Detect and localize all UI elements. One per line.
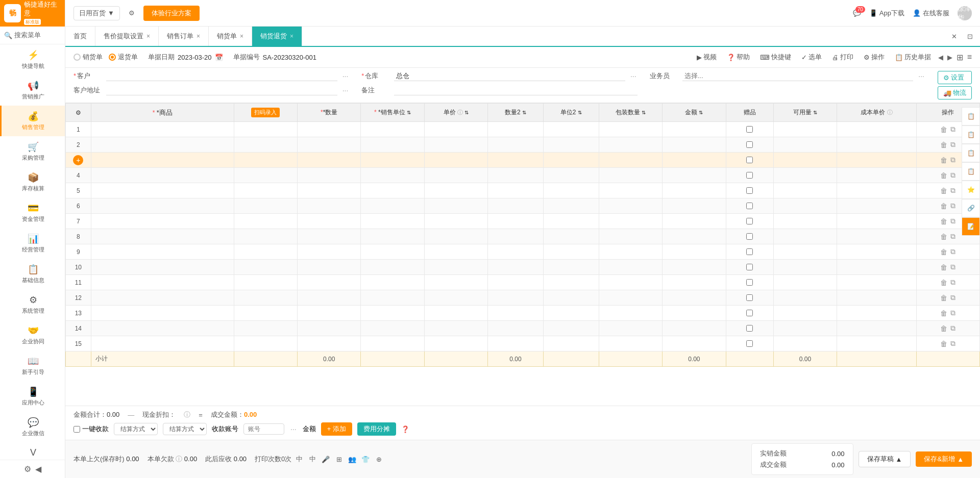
qty2-cell-2[interactable] <box>488 137 544 153</box>
unit-cell-1[interactable] <box>361 122 424 137</box>
staff-input[interactable] <box>682 71 914 81</box>
gift-checkbox-1[interactable] <box>746 126 753 133</box>
save-new-btn[interactable]: 保存&新增 ▲ <box>916 451 972 467</box>
del-icon[interactable]: 🗑 <box>940 340 947 348</box>
copy-row-1[interactable]: ⧉ <box>950 125 955 134</box>
avail-cell-3[interactable] <box>773 153 837 168</box>
help-btn[interactable]: ❓ 帮助 <box>724 51 753 63</box>
gift-cb[interactable] <box>746 340 753 347</box>
copy-row-3[interactable]: ⧉ <box>950 156 955 164</box>
gift-cell-2[interactable] <box>726 137 773 153</box>
gift-cb[interactable] <box>746 187 753 194</box>
remark-input[interactable] <box>394 85 637 95</box>
radio-return[interactable]: 退货单 <box>109 53 138 62</box>
set-btn[interactable]: ⚙ 设置 <box>938 71 972 84</box>
bottom-icon-1[interactable]: 中 <box>293 454 305 465</box>
scan-btn[interactable]: 扫码录入 <box>251 108 280 117</box>
sidebar-item-promotion[interactable]: 📢 营销推广 <box>0 75 65 106</box>
right-action-4[interactable]: 📋 <box>962 162 980 181</box>
account-input[interactable] <box>243 423 284 435</box>
history-btn[interactable]: 📋 历史单据 <box>892 51 934 63</box>
copy-icon[interactable]: ⧉ <box>950 278 955 287</box>
del-icon[interactable]: 🗑 <box>940 187 947 195</box>
bottom-icon-7[interactable]: ⊕ <box>373 454 384 465</box>
customer-select-btn[interactable]: ··· <box>341 72 350 80</box>
warehouse-input[interactable] <box>394 71 625 81</box>
calc-method-select[interactable]: 结算方式 <box>163 423 207 435</box>
gift-cb[interactable] <box>746 310 753 316</box>
cost-cell-1[interactable] <box>837 122 916 137</box>
gift-cb[interactable] <box>746 264 753 270</box>
price-cell-1[interactable] <box>424 122 487 137</box>
del-icon[interactable]: 🗑 <box>940 263 947 271</box>
maximize-tab-btn[interactable]: ⊡ <box>964 32 976 41</box>
gift-cb[interactable] <box>746 294 753 301</box>
pack-cell-1[interactable] <box>599 122 662 137</box>
grid-view-btn[interactable]: ⊞ <box>957 53 963 62</box>
warehouse-select-btn[interactable]: ··· <box>629 72 638 80</box>
settings-icon[interactable]: ⚙ <box>24 464 31 474</box>
product-cell-3[interactable] <box>91 153 234 168</box>
delete-row-1[interactable]: 🗑 <box>940 125 947 134</box>
qty-cell-1[interactable] <box>297 122 360 137</box>
col-settings[interactable]: ⚙ <box>66 104 91 122</box>
operate-btn[interactable]: ⚙ 操作 <box>861 51 888 63</box>
bottom-icon-5[interactable]: 👥 <box>347 454 358 465</box>
copy-icon[interactable]: ⧉ <box>950 324 955 333</box>
amount-cell-2[interactable] <box>663 137 726 153</box>
copy-icon[interactable]: ⧉ <box>950 217 955 225</box>
sidebar-item-system[interactable]: ⚙ 系统管理 <box>0 289 65 320</box>
product-input-3[interactable] <box>93 156 232 164</box>
tab-home[interactable]: 首页 <box>65 27 95 46</box>
next-record-btn[interactable]: ▶ <box>947 54 952 61</box>
del-icon[interactable]: 🗑 <box>940 279 947 287</box>
shortcut-btn[interactable]: ⌨ 快捷键 <box>757 51 794 63</box>
account-select-btn[interactable]: ··· <box>289 425 298 433</box>
gift-cell-1[interactable] <box>726 122 773 137</box>
copy-icon[interactable]: ⧉ <box>950 232 955 241</box>
sidebar-item-inventory[interactable]: 📦 库存核算 <box>0 167 65 197</box>
right-action-2[interactable]: 📋 <box>962 125 980 144</box>
avail-cell-1[interactable] <box>773 122 837 137</box>
right-action-1[interactable]: 📋 <box>962 107 980 125</box>
sidebar-item-guide[interactable]: 📖 新手引导 <box>0 350 65 381</box>
print-btn[interactable]: 🖨 打印 <box>829 51 856 63</box>
copy-icon[interactable]: ⧉ <box>950 293 955 302</box>
sidebar-item-sales[interactable]: 💰 销售管理 <box>0 106 65 136</box>
copy-icon[interactable]: ⧉ <box>950 339 955 348</box>
save-draft-btn[interactable]: 保存草稿 ▲ <box>859 451 911 467</box>
collapse-icon[interactable]: ◀ <box>35 464 41 474</box>
copy-icon[interactable]: ⧉ <box>950 186 955 195</box>
one-key-pay-checkbox[interactable] <box>74 426 80 433</box>
delete-row-2[interactable]: 🗑 <box>940 141 947 149</box>
user-profile-btn[interactable]: 徐泽华 <box>958 6 972 20</box>
right-action-3[interactable]: 📋 <box>962 144 980 162</box>
product-cell-2[interactable] <box>91 137 234 153</box>
pack-cell-3[interactable] <box>599 153 662 168</box>
tab-sales-order[interactable]: 销售订单 × <box>159 27 209 46</box>
expense-info-icon[interactable]: ❓ <box>401 425 409 433</box>
unit2-cell-3[interactable] <box>543 153 599 168</box>
trial-btn[interactable]: 体验行业方案 <box>143 6 200 21</box>
sidebar-item-wechat[interactable]: 💬 企业微信 <box>0 412 65 442</box>
single-debt-indicator[interactable]: ⓘ <box>176 455 182 463</box>
gift-checkbox-3[interactable] <box>746 157 753 163</box>
expense-split-btn[interactable]: 费用分摊 <box>357 422 396 436</box>
tab-shipment-close[interactable]: × <box>240 33 243 40</box>
tab-shipment[interactable]: 销货单 × <box>209 27 252 46</box>
del-icon[interactable]: 🗑 <box>940 171 947 180</box>
right-action-6[interactable]: 🔗 <box>962 199 980 217</box>
bottom-icon-6[interactable]: 👕 <box>360 454 371 465</box>
one-key-pay-check[interactable]: 一键收款 <box>74 424 109 434</box>
pack-cell-2[interactable] <box>599 137 662 153</box>
unit-cell-2[interactable] <box>361 137 424 153</box>
price-cell-3[interactable] <box>424 153 487 168</box>
copy-icon[interactable]: ⧉ <box>950 202 955 210</box>
address-input[interactable] <box>106 85 337 95</box>
bottom-icon-3[interactable]: 🎤 <box>320 454 331 465</box>
del-icon[interactable]: 🗑 <box>940 309 947 317</box>
copy-icon[interactable]: ⧉ <box>950 247 955 256</box>
bottom-icon-4[interactable]: ⊞ <box>333 454 345 465</box>
gift-cell-3[interactable] <box>726 153 773 168</box>
settings-gear-btn[interactable]: ⚙ <box>124 6 139 21</box>
